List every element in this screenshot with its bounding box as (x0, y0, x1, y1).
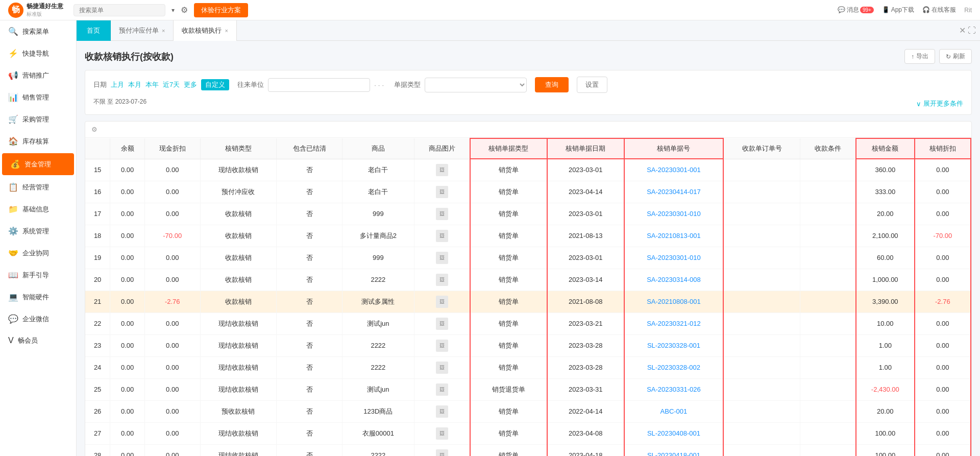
sidebar-item-8[interactable]: 📁基础信息 (0, 198, 76, 220)
cell-img: 🖼 (414, 203, 470, 225)
cell-doc-date: 2023-03-01 (547, 247, 624, 269)
cell-id: 23 (85, 334, 110, 356)
export-button[interactable]: ↑ 导出 (904, 49, 935, 64)
cell-cancel-type: 现结收款核销 (200, 356, 277, 378)
last7-link[interactable]: 近7天 (163, 80, 180, 89)
sidebar-item-0[interactable]: 🔍搜索菜单 (0, 20, 76, 42)
sidebar-item-7[interactable]: 📋经营管理 (0, 176, 76, 198)
dropdown-arrow-icon[interactable]: ▾ (172, 7, 175, 14)
cell-doc-no[interactable]: SA-20210813-001 (624, 225, 723, 247)
table-settings-icon[interactable]: ⚙ (91, 126, 97, 133)
doc-no-link[interactable]: ABC-001 (660, 407, 688, 415)
single-type-select[interactable] (425, 78, 527, 92)
app-download-link[interactable]: 📱 App下载 (882, 6, 914, 14)
maximize-icon[interactable]: ⛶ (968, 26, 976, 35)
cell-doc-no[interactable]: SA-20230301-010 (624, 247, 723, 269)
cell-condition (800, 444, 856, 456)
sidebar-item-10[interactable]: 🤝企业协同 (0, 242, 76, 264)
filter-settings-button[interactable]: 设置 (577, 77, 607, 93)
last-month-link[interactable]: 上月 (111, 80, 124, 89)
cell-id: 22 (85, 313, 110, 334)
cell-condition (800, 247, 856, 269)
cell-amount: 100.00 (856, 422, 915, 444)
tab2-close-icon[interactable]: × (225, 28, 228, 34)
cell-doc-no[interactable]: SL-20230328-001 (624, 334, 723, 356)
page-title: 收款核销执行(按收款) (85, 51, 174, 63)
sidebar-item-5[interactable]: 🏠库存核算 (0, 130, 76, 152)
sidebar-icon-10: 🤝 (8, 248, 18, 258)
settings-icon[interactable]: ⚙ (181, 5, 188, 15)
sidebar-item-6[interactable]: 💰资金管理 (2, 153, 74, 175)
sidebar-item-1[interactable]: ⚡快捷导航 (0, 42, 76, 64)
sidebar-item-4[interactable]: 🛒采购管理 (0, 108, 76, 130)
cell-doc-type: 销货单 (470, 444, 547, 456)
cell-cancel-type: 现结收款核销 (200, 422, 277, 444)
cell-doc-no[interactable]: SL-20230418-001 (624, 444, 723, 456)
doc-no-link[interactable]: SA-20210813-001 (647, 232, 701, 239)
cell-doc-no[interactable]: SL-20230328-002 (624, 356, 723, 378)
doc-no-link[interactable]: SA-20230321-012 (647, 320, 701, 327)
cell-doc-no[interactable]: ABC-001 (624, 400, 723, 422)
sidebar-item-14[interactable]: V畅会员 (0, 330, 76, 351)
expand-more-btn[interactable]: ∨ 展开更多条件 (916, 99, 963, 108)
cell-doc-no[interactable]: SA-20210808-001 (624, 291, 723, 313)
sidebar-label-7: 经营管理 (22, 183, 49, 192)
sidebar-item-9[interactable]: ⚙️系统管理 (0, 220, 76, 242)
this-year-link[interactable]: 本年 (145, 80, 159, 89)
tab-home[interactable]: 首页 (77, 20, 111, 41)
cell-doc-no[interactable]: SA-20230331-026 (624, 378, 723, 400)
table-row: 15 0.00 0.00 现结收款核销 否 老白干 🖼 销货单 2023-03-… (85, 159, 971, 181)
data-table: 余额 现金折扣 核销类型 包含已结清 商品 商品图片 核销单据类型 核销单据日期… (85, 138, 971, 456)
cell-id: 15 (85, 159, 110, 181)
sidebar-label-0: 搜索菜单 (22, 27, 49, 36)
doc-no-link[interactable]: SL-20230418-001 (647, 451, 700, 456)
cell-doc-no[interactable]: SA-20230301-001 (624, 159, 723, 181)
tab1-close-icon[interactable]: × (162, 28, 165, 34)
doc-no-link[interactable]: SA-20230331-026 (647, 386, 701, 393)
doc-no-link[interactable]: SA-20210808-001 (647, 298, 701, 305)
close-window-icon[interactable]: ✕ (959, 26, 966, 35)
sidebar-item-12[interactable]: 💻智能硬件 (0, 286, 76, 308)
custom-link[interactable]: 自定义 (201, 79, 229, 90)
doc-no-link[interactable]: SA-20230314-008 (647, 276, 701, 283)
sidebar-item-11[interactable]: 📖新手引导 (0, 264, 76, 286)
col-header-img: 商品图片 (414, 138, 470, 159)
sidebar-item-2[interactable]: 📢营销推广 (0, 64, 76, 86)
doc-no-link[interactable]: SA-20230301-010 (647, 254, 701, 261)
doc-no-link[interactable]: SL-20230328-001 (647, 342, 700, 349)
cell-doc-no[interactable]: SA-20230414-017 (624, 181, 723, 203)
tab-cancel-exec[interactable]: 收款核销执行 × (174, 20, 236, 41)
col-header-included: 包含已结清 (277, 138, 342, 159)
cell-goods: 999 (342, 203, 414, 225)
industry-btn[interactable]: 休验行业方案 (194, 3, 248, 17)
logo-icon: 畅 (8, 3, 23, 18)
more-link[interactable]: 更多 (184, 80, 197, 89)
sidebar-item-13[interactable]: 💬企业微信 (0, 308, 76, 330)
doc-no-link[interactable]: SA-20230301-010 (647, 210, 701, 218)
cell-doc-date: 2021-08-13 (547, 225, 624, 247)
message-link[interactable]: 💬 消息99+ (838, 6, 874, 14)
table-row: 17 0.00 0.00 收款核销 否 999 🖼 销货单 2023-03-01… (85, 203, 971, 225)
tab-advance-pay[interactable]: 预付冲应付单 × (111, 20, 174, 41)
cell-doc-no[interactable]: SA-20230314-008 (624, 269, 723, 291)
cell-goods: 123D商品 (342, 400, 414, 422)
search-input[interactable] (74, 4, 165, 16)
this-month-link[interactable]: 本月 (128, 80, 141, 89)
refresh-button[interactable]: ↻ 刷新 (939, 49, 972, 64)
from-unit-input[interactable] (268, 78, 370, 92)
doc-no-link[interactable]: SA-20230414-017 (647, 188, 701, 196)
sidebar-label-6: 资金管理 (24, 160, 51, 169)
cell-doc-no[interactable]: SA-20230301-010 (624, 203, 723, 225)
cell-order-no (723, 313, 800, 334)
cell-doc-no[interactable]: SL-20230408-001 (624, 422, 723, 444)
query-button[interactable]: 查询 (535, 77, 569, 92)
doc-no-link[interactable]: SL-20230408-001 (647, 429, 700, 437)
sidebar-item-3[interactable]: 📊销售管理 (0, 86, 76, 108)
cell-cash-discount: 0.00 (144, 400, 200, 422)
cell-doc-no[interactable]: SA-20230321-012 (624, 313, 723, 334)
online-service-link[interactable]: 🎧 在线客服 (922, 6, 956, 14)
doc-no-link[interactable]: SA-20230301-001 (647, 166, 701, 174)
doc-no-link[interactable]: SL-20230328-002 (647, 364, 700, 371)
cell-cancel-type: 预付冲应收 (200, 181, 277, 203)
cell-included: 否 (277, 269, 342, 291)
